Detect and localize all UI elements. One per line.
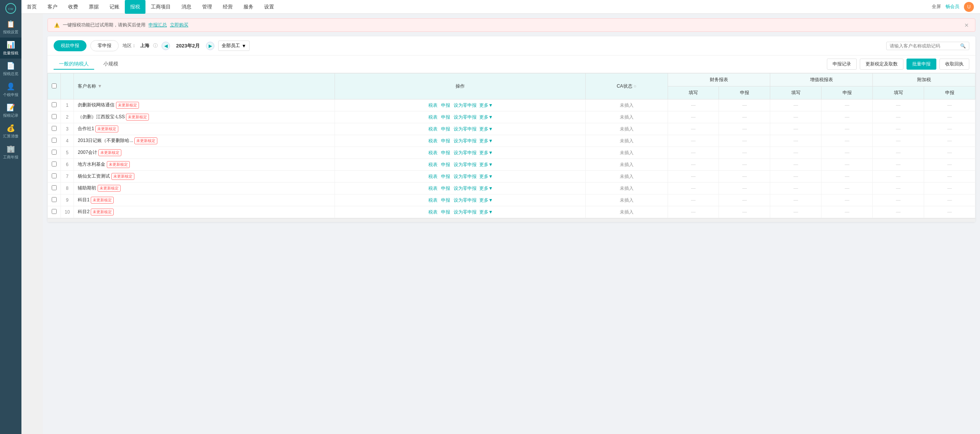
search-input[interactable] — [890, 43, 959, 49]
tab-tax-declaration[interactable]: 税款申报 — [54, 40, 87, 51]
op-more[interactable]: 更多▼ — [479, 186, 493, 191]
op-more[interactable]: 更多▼ — [479, 150, 493, 155]
banner-link-report[interactable]: 申报汇总 — [149, 22, 167, 28]
nav-business-project[interactable]: 工商项目 — [145, 0, 176, 14]
op-more[interactable]: 更多▼ — [479, 103, 493, 108]
nav-billing[interactable]: 收费 — [63, 0, 83, 14]
declaration-records-btn[interactable]: 申报记录 — [827, 59, 857, 70]
sidebar-item-personal-tax[interactable]: 👤 个税申报 — [0, 79, 21, 100]
op-zero-declare[interactable]: 设为零申报 — [452, 197, 478, 203]
nav-operation[interactable]: 经营 — [217, 0, 238, 14]
op-more[interactable]: 更多▼ — [479, 114, 493, 120]
row-checkbox[interactable] — [52, 197, 57, 202]
sidebar-item-business-annual[interactable]: 🏢 工商年报 — [0, 142, 21, 162]
op-more[interactable]: 更多▼ — [479, 138, 493, 144]
next-month-btn[interactable]: ▶ — [206, 42, 214, 50]
op-tax-table[interactable]: 税表 — [427, 150, 439, 155]
op-declare[interactable]: 申报 — [440, 114, 451, 120]
op-declare[interactable]: 申报 — [440, 138, 451, 144]
op-tax-table[interactable]: 税表 — [427, 162, 439, 167]
nav-settings[interactable]: 设置 — [259, 0, 279, 14]
banner-link-buy[interactable]: 立即购买 — [170, 22, 188, 28]
op-zero-declare[interactable]: 设为零申报 — [452, 138, 478, 144]
op-declare[interactable]: 申报 — [440, 126, 451, 132]
op-more[interactable]: 更多▼ — [479, 209, 493, 215]
tab-zero-declaration[interactable]: 零申报 — [90, 40, 119, 51]
prev-month-btn[interactable]: ◀ — [162, 42, 170, 50]
op-zero-declare[interactable]: 设为零申报 — [452, 114, 478, 120]
op-zero-declare[interactable]: 设为零申报 — [452, 186, 478, 191]
op-tax-table[interactable]: 税表 — [427, 103, 439, 108]
op-more[interactable]: 更多▼ — [479, 174, 493, 179]
nav-home[interactable]: 首页 — [21, 0, 42, 14]
sidebar-item-annual-settle[interactable]: 💰 汇算清缴 — [0, 121, 21, 142]
op-tax-table[interactable]: 税表 — [427, 209, 439, 215]
batch-declare-btn[interactable]: 批量申报 — [906, 59, 936, 70]
nav-message[interactable]: 消息 — [176, 0, 197, 14]
row-checkbox[interactable] — [52, 209, 57, 214]
op-more[interactable]: 更多▼ — [479, 197, 493, 203]
row-checkbox[interactable] — [52, 173, 57, 178]
op-more[interactable]: 更多▼ — [479, 126, 493, 132]
op-tax-table[interactable]: 税表 — [427, 197, 439, 203]
avatar[interactable]: U — [964, 2, 974, 12]
region-info-icon[interactable]: ⓘ — [153, 42, 158, 49]
nav-service[interactable]: 服务 — [238, 0, 259, 14]
nav-client[interactable]: 客户 — [42, 0, 63, 14]
nav-bookkeeping[interactable]: 记账 — [104, 0, 125, 14]
upgrade-btn[interactable]: 畅会员 — [946, 3, 959, 10]
tab-small-scale[interactable]: 小规模 — [98, 59, 124, 70]
op-zero-declare[interactable]: 设为零申报 — [452, 174, 478, 179]
op-declare[interactable]: 申报 — [440, 186, 451, 191]
nav-tax[interactable]: 报税 — [125, 0, 145, 14]
op-tax-table[interactable]: 税表 — [427, 186, 439, 191]
op-zero-declare[interactable]: 设为零申报 — [452, 126, 478, 132]
collect-receipt-btn[interactable]: 收取回执 — [939, 59, 969, 70]
select-all-checkbox[interactable] — [52, 83, 57, 88]
bottom-scrollbar[interactable] — [47, 218, 975, 222]
dept-dropdown-icon: ▼ — [242, 43, 246, 49]
banner-close-btn[interactable]: ✕ — [964, 22, 969, 28]
search-icon[interactable]: 🔍 — [960, 43, 966, 49]
op-declare[interactable]: 申报 — [440, 162, 451, 167]
logo[interactable]: CW — [0, 0, 21, 17]
row-submit2: — — [822, 111, 873, 123]
row-checkbox[interactable] — [52, 102, 57, 107]
row-checkbox[interactable] — [52, 138, 57, 143]
sidebar-item-tax-records[interactable]: 📝 报税记录 — [0, 100, 21, 121]
sidebar-item-tax-settings[interactable]: 📋 报税设置 — [0, 17, 21, 38]
op-declare[interactable]: 申报 — [440, 150, 451, 155]
op-declare[interactable]: 申报 — [440, 174, 451, 179]
row-ca-status: 未插入 — [585, 111, 668, 123]
sidebar-item-tax-overview[interactable]: 📄 报税总览 — [0, 59, 21, 79]
op-tax-table[interactable]: 税表 — [427, 126, 439, 132]
row-checkbox[interactable] — [52, 185, 57, 190]
op-zero-declare[interactable]: 设为零申报 — [452, 162, 478, 167]
client-name-text: 辅助期初 — [78, 185, 96, 191]
fullscreen-btn[interactable]: 全屏 — [932, 3, 941, 10]
op-tax-table[interactable]: 税表 — [427, 138, 439, 144]
op-more[interactable]: 更多▼ — [479, 162, 493, 167]
op-zero-declare[interactable]: 设为零申报 — [452, 103, 478, 108]
row-submit3: — — [924, 183, 975, 194]
row-checkbox[interactable] — [52, 162, 57, 166]
row-checkbox[interactable] — [52, 126, 57, 131]
client-name-text: 2013日记账（不要删除哈... — [78, 138, 133, 143]
row-checkbox[interactable] — [52, 114, 57, 119]
dept-select[interactable]: 全部员工 ▼ — [218, 41, 250, 51]
op-declare[interactable]: 申报 — [440, 103, 451, 108]
sidebar-item-batch-tax[interactable]: 📊 批量报税 — [0, 38, 21, 58]
op-declare[interactable]: 申报 — [440, 209, 451, 215]
op-tax-table[interactable]: 税表 — [427, 114, 439, 120]
update-tax-btn[interactable]: 更新税定及取数 — [860, 59, 903, 70]
nav-invoice[interactable]: 票据 — [83, 0, 104, 14]
op-tax-table[interactable]: 税表 — [427, 174, 439, 179]
op-declare[interactable]: 申报 — [440, 197, 451, 203]
sort-icon[interactable]: ▼ — [98, 83, 102, 89]
tab-general-taxpayer[interactable]: 一般的纳税人 — [54, 59, 94, 70]
ca-filter-icon[interactable]: ○ — [634, 83, 636, 89]
nav-management[interactable]: 管理 — [197, 0, 217, 14]
row-checkbox[interactable] — [52, 150, 57, 155]
op-zero-declare[interactable]: 设为零申报 — [452, 150, 478, 155]
op-zero-declare[interactable]: 设为零申报 — [452, 209, 478, 215]
